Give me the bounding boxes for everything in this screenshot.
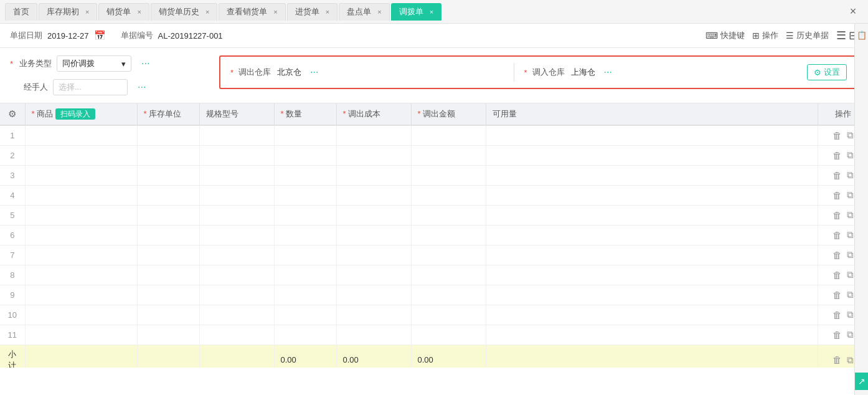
row-unit[interactable] [137, 305, 199, 325]
copy-icon[interactable]: ⧉ [847, 249, 854, 260]
row-amount[interactable] [411, 145, 486, 165]
row-product[interactable] [25, 305, 137, 325]
row-product[interactable] [25, 185, 137, 205]
row-quantity[interactable] [274, 125, 336, 145]
row-amount[interactable] [411, 125, 486, 145]
copy-icon[interactable]: ⧉ [847, 130, 854, 141]
delete-icon[interactable]: 🗑 [833, 230, 842, 240]
row-amount[interactable] [411, 285, 486, 305]
row-cost[interactable] [336, 205, 411, 225]
delete-icon[interactable]: 🗑 [833, 170, 842, 181]
row-unit[interactable] [137, 165, 199, 185]
row-product[interactable] [25, 265, 137, 285]
row-available[interactable] [486, 305, 818, 325]
row-unit[interactable] [137, 265, 199, 285]
copy-icon[interactable]: ⧉ [847, 289, 854, 300]
row-amount[interactable] [411, 305, 486, 325]
copy-icon[interactable]: ⧉ [847, 269, 854, 280]
settings-icon[interactable]: ⚙ [8, 108, 16, 119]
row-amount[interactable] [411, 225, 486, 245]
row-quantity[interactable] [274, 185, 336, 205]
row-product[interactable] [25, 285, 137, 305]
row-unit[interactable] [137, 205, 199, 225]
calendar-icon[interactable]: 📅 [94, 30, 106, 41]
transfer-out-more-icon[interactable]: ··· [310, 67, 318, 78]
close-icon[interactable]: × [326, 8, 329, 16]
row-spec[interactable] [199, 205, 274, 225]
row-cost[interactable] [336, 285, 411, 305]
row-cost[interactable] [336, 125, 411, 145]
row-cost[interactable] [336, 225, 411, 245]
row-unit[interactable] [137, 145, 199, 165]
window-close-button[interactable]: × [843, 2, 863, 22]
row-available[interactable] [486, 245, 818, 265]
operations-button[interactable]: ⊞ 操作 [752, 30, 778, 41]
scan-button[interactable]: 扫码录入 [55, 108, 95, 120]
row-quantity[interactable] [274, 205, 336, 225]
handler-dropdown[interactable]: 选择... ▾ [53, 79, 128, 95]
row-available[interactable] [486, 285, 818, 305]
row-cost[interactable] [336, 185, 411, 205]
row-quantity[interactable] [274, 165, 336, 185]
row-quantity[interactable] [274, 265, 336, 285]
row-quantity[interactable] [274, 145, 336, 165]
row-spec[interactable] [199, 165, 274, 185]
close-icon[interactable]: × [205, 8, 209, 16]
row-product[interactable] [25, 225, 137, 245]
row-available[interactable] [486, 265, 818, 285]
row-cost[interactable] [336, 325, 411, 345]
delete-icon[interactable]: 🗑 [833, 210, 842, 221]
row-quantity[interactable] [274, 305, 336, 325]
row-product[interactable] [25, 165, 137, 185]
copy-icon[interactable]: ⧉ [847, 209, 854, 221]
row-quantity[interactable] [274, 225, 336, 245]
shortcuts-button[interactable]: ⌨ 快捷键 [705, 30, 745, 41]
sidebar-doc-icon[interactable]: 📋 [856, 29, 868, 41]
row-available[interactable] [486, 165, 818, 185]
row-unit[interactable] [137, 125, 199, 145]
tab-transfer[interactable]: 调拨单 × [391, 3, 441, 21]
tab-inventory-check[interactable]: 盘点单 × [339, 3, 389, 21]
tab-sales-order[interactable]: 销货单 × [98, 3, 149, 21]
close-icon[interactable]: × [377, 8, 381, 16]
handler-more-icon[interactable]: ··· [138, 82, 146, 93]
row-spec[interactable] [199, 285, 274, 305]
row-unit[interactable] [137, 245, 199, 265]
close-icon[interactable]: × [273, 8, 277, 16]
row-unit[interactable] [137, 285, 199, 305]
row-unit[interactable] [137, 185, 199, 205]
copy-icon[interactable]: ⧉ [847, 189, 854, 201]
settings-button[interactable]: ⚙ 设置 [807, 64, 847, 80]
business-type-dropdown[interactable]: 同价调拨 ▾ [57, 55, 131, 72]
row-product[interactable] [25, 205, 137, 225]
row-product[interactable] [25, 125, 137, 145]
more-options-icon[interactable]: ··· [141, 58, 149, 69]
row-spec[interactable] [199, 145, 274, 165]
delete-icon[interactable]: 🗑 [833, 150, 842, 161]
close-icon[interactable]: × [137, 8, 141, 16]
row-available[interactable] [486, 205, 818, 225]
row-available[interactable] [486, 125, 818, 145]
row-amount[interactable] [411, 185, 486, 205]
tab-sales-history[interactable]: 销货单历史 × [151, 3, 217, 21]
delete-icon[interactable]: 🗑 [833, 130, 842, 141]
tab-inventory-init[interactable]: 库存期初 × [39, 3, 97, 21]
row-amount[interactable] [411, 205, 486, 225]
row-cost[interactable] [336, 265, 411, 285]
row-spec[interactable] [199, 265, 274, 285]
row-quantity[interactable] [274, 325, 336, 345]
delete-icon[interactable]: 🗑 [833, 330, 842, 340]
transfer-in-more-icon[interactable]: ··· [604, 67, 612, 78]
row-spec[interactable] [199, 325, 274, 345]
row-product[interactable] [25, 245, 137, 265]
tab-view-sales[interactable]: 查看销货单 × [219, 3, 285, 21]
copy-icon[interactable]: ⧉ [847, 169, 854, 181]
close-icon[interactable]: × [430, 8, 433, 16]
row-spec[interactable] [199, 305, 274, 325]
row-product[interactable] [25, 145, 137, 165]
row-available[interactable] [486, 325, 818, 345]
row-available[interactable] [486, 225, 818, 245]
copy-icon[interactable]: ⧉ [847, 329, 854, 340]
close-icon[interactable]: × [85, 8, 89, 16]
delete-icon[interactable]: 🗑 [833, 290, 842, 300]
